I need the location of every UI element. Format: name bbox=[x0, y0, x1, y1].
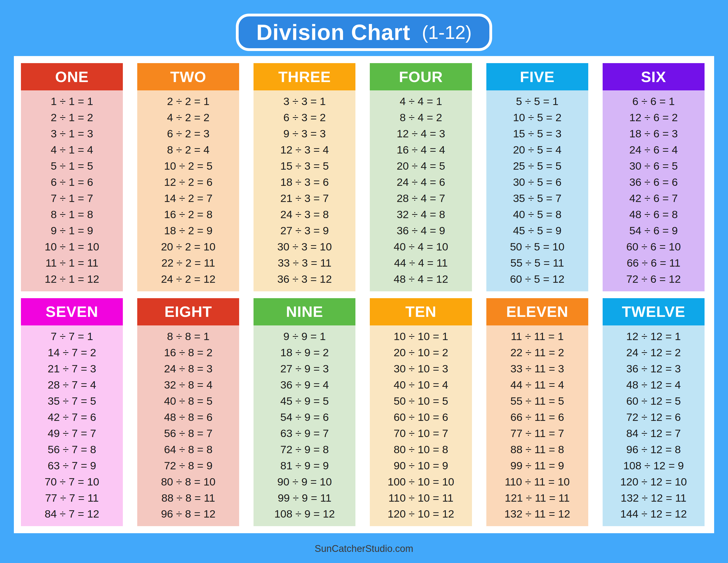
equation: 3 ÷ 3 = 1 bbox=[254, 96, 355, 107]
equation: 66 ÷ 11 = 6 bbox=[486, 412, 588, 423]
equation: 22 ÷ 11 = 2 bbox=[486, 347, 588, 358]
equation: 48 ÷ 4 = 12 bbox=[370, 274, 472, 285]
equation: 12 ÷ 12 = 1 bbox=[603, 331, 705, 342]
equation: 18 ÷ 6 = 3 bbox=[603, 128, 705, 139]
equation: 24 ÷ 12 = 2 bbox=[603, 347, 705, 358]
card-eight: EIGHT 8 ÷ 8 = 116 ÷ 8 = 224 ÷ 8 = 332 ÷ … bbox=[137, 298, 239, 526]
equation: 40 ÷ 8 = 5 bbox=[137, 396, 239, 407]
equation: 40 ÷ 5 = 8 bbox=[486, 209, 588, 220]
equation: 16 ÷ 2 = 8 bbox=[137, 209, 239, 220]
equation: 30 ÷ 3 = 10 bbox=[254, 241, 355, 252]
equation: 50 ÷ 5 = 10 bbox=[486, 241, 588, 252]
equation: 27 ÷ 9 = 3 bbox=[254, 363, 355, 374]
equation: 66 ÷ 6 = 11 bbox=[603, 257, 705, 268]
equation: 2 ÷ 2 = 1 bbox=[137, 96, 239, 107]
equation: 72 ÷ 8 = 9 bbox=[137, 460, 239, 471]
equation: 40 ÷ 10 = 4 bbox=[370, 380, 472, 390]
card-body: 12 ÷ 12 = 124 ÷ 12 = 236 ÷ 12 = 348 ÷ 12… bbox=[603, 326, 705, 526]
equation: 21 ÷ 7 = 3 bbox=[21, 363, 123, 374]
equation: 28 ÷ 7 = 4 bbox=[21, 380, 123, 390]
equation: 90 ÷ 10 = 9 bbox=[370, 460, 472, 471]
equation: 12 ÷ 1 = 12 bbox=[21, 274, 123, 285]
equation: 25 ÷ 5 = 5 bbox=[486, 160, 588, 171]
equation: 24 ÷ 2 = 12 bbox=[137, 274, 239, 285]
card-body: 10 ÷ 10 = 120 ÷ 10 = 230 ÷ 10 = 340 ÷ 10… bbox=[370, 326, 472, 526]
equation: 20 ÷ 5 = 4 bbox=[486, 144, 588, 155]
equation: 132 ÷ 11 = 12 bbox=[486, 508, 588, 519]
card-body: 4 ÷ 4 = 18 ÷ 4 = 212 ÷ 4 = 316 ÷ 4 = 420… bbox=[370, 90, 472, 292]
equation: 55 ÷ 5 = 11 bbox=[486, 257, 588, 268]
equation: 4 ÷ 1 = 4 bbox=[21, 144, 123, 155]
equation: 44 ÷ 11 = 4 bbox=[486, 380, 588, 390]
equation: 28 ÷ 4 = 7 bbox=[370, 193, 472, 204]
card-two: TWO 2 ÷ 2 = 14 ÷ 2 = 26 ÷ 2 = 38 ÷ 2 = 4… bbox=[137, 63, 239, 292]
equation: 60 ÷ 10 = 6 bbox=[370, 412, 472, 423]
equation: 24 ÷ 8 = 3 bbox=[137, 363, 239, 374]
card-header: ELEVEN bbox=[486, 298, 588, 326]
equation: 6 ÷ 6 = 1 bbox=[603, 96, 705, 107]
equation: 110 ÷ 10 = 11 bbox=[370, 493, 472, 503]
equation: 6 ÷ 3 = 2 bbox=[254, 112, 355, 123]
card-body: 7 ÷ 7 = 114 ÷ 7 = 221 ÷ 7 = 328 ÷ 7 = 43… bbox=[21, 326, 123, 526]
equation: 96 ÷ 12 = 8 bbox=[603, 444, 705, 455]
card-five: FIVE 5 ÷ 5 = 110 ÷ 5 = 215 ÷ 5 = 320 ÷ 5… bbox=[486, 63, 588, 292]
equation: 100 ÷ 10 = 10 bbox=[370, 476, 472, 487]
cards-panel: ONE 1 ÷ 1 = 12 ÷ 1 = 23 ÷ 1 = 34 ÷ 1 = 4… bbox=[14, 56, 714, 533]
equation: 42 ÷ 7 = 6 bbox=[21, 412, 123, 423]
equation: 48 ÷ 12 = 4 bbox=[603, 380, 705, 390]
card-eleven: ELEVEN 11 ÷ 11 = 122 ÷ 11 = 233 ÷ 11 = 3… bbox=[486, 298, 588, 526]
equation: 108 ÷ 12 = 9 bbox=[603, 460, 705, 471]
equation: 16 ÷ 8 = 2 bbox=[137, 347, 239, 358]
card-header: SEVEN bbox=[21, 298, 123, 326]
equation: 56 ÷ 8 = 7 bbox=[137, 428, 239, 439]
equation: 63 ÷ 9 = 7 bbox=[254, 428, 355, 439]
equation: 30 ÷ 5 = 6 bbox=[486, 177, 588, 187]
card-header: FIVE bbox=[486, 63, 588, 90]
equation: 132 ÷ 12 = 11 bbox=[603, 493, 705, 503]
card-header: SIX bbox=[603, 63, 705, 90]
equation: 11 ÷ 11 = 1 bbox=[486, 331, 588, 342]
equation: 3 ÷ 1 = 3 bbox=[21, 128, 123, 139]
equation: 4 ÷ 2 = 2 bbox=[137, 112, 239, 123]
card-seven: SEVEN 7 ÷ 7 = 114 ÷ 7 = 221 ÷ 7 = 328 ÷ … bbox=[21, 298, 123, 526]
equation: 60 ÷ 6 = 10 bbox=[603, 241, 705, 252]
card-body: 11 ÷ 11 = 122 ÷ 11 = 233 ÷ 11 = 344 ÷ 11… bbox=[486, 326, 588, 526]
card-four: FOUR 4 ÷ 4 = 18 ÷ 4 = 212 ÷ 4 = 316 ÷ 4 … bbox=[370, 63, 472, 292]
equation: 16 ÷ 4 = 4 bbox=[370, 144, 472, 155]
equation: 144 ÷ 12 = 12 bbox=[603, 508, 705, 519]
equation: 30 ÷ 6 = 5 bbox=[603, 160, 705, 171]
equation: 1 ÷ 1 = 1 bbox=[21, 96, 123, 107]
equation: 84 ÷ 7 = 12 bbox=[21, 508, 123, 519]
equation: 24 ÷ 3 = 8 bbox=[254, 209, 355, 220]
equation: 50 ÷ 10 = 5 bbox=[370, 396, 472, 407]
card-body: 3 ÷ 3 = 16 ÷ 3 = 29 ÷ 3 = 312 ÷ 3 = 415 … bbox=[254, 90, 355, 292]
cards-grid: ONE 1 ÷ 1 = 12 ÷ 1 = 23 ÷ 1 = 34 ÷ 1 = 4… bbox=[21, 63, 705, 526]
equation: 77 ÷ 11 = 7 bbox=[486, 428, 588, 439]
page-title: Division Chart bbox=[256, 19, 410, 45]
equation: 64 ÷ 8 = 8 bbox=[137, 444, 239, 455]
equation: 18 ÷ 3 = 6 bbox=[254, 177, 355, 187]
equation: 24 ÷ 4 = 6 bbox=[370, 177, 472, 187]
equation: 36 ÷ 9 = 4 bbox=[254, 380, 355, 390]
equation: 24 ÷ 6 = 4 bbox=[603, 144, 705, 155]
equation: 8 ÷ 8 = 1 bbox=[137, 331, 239, 342]
equation: 49 ÷ 7 = 7 bbox=[21, 428, 123, 439]
equation: 81 ÷ 9 = 9 bbox=[254, 460, 355, 471]
equation: 70 ÷ 7 = 10 bbox=[21, 476, 123, 487]
equation: 18 ÷ 9 = 2 bbox=[254, 347, 355, 358]
equation: 72 ÷ 6 = 12 bbox=[603, 274, 705, 285]
equation: 120 ÷ 12 = 10 bbox=[603, 476, 705, 487]
equation: 42 ÷ 6 = 7 bbox=[603, 193, 705, 204]
equation: 80 ÷ 8 = 10 bbox=[137, 476, 239, 487]
equation: 72 ÷ 9 = 8 bbox=[254, 444, 355, 455]
equation: 9 ÷ 9 = 1 bbox=[254, 331, 355, 342]
card-body: 2 ÷ 2 = 14 ÷ 2 = 26 ÷ 2 = 38 ÷ 2 = 410 ÷… bbox=[137, 90, 239, 292]
equation: 72 ÷ 12 = 6 bbox=[603, 412, 705, 423]
page-title-range: (1-12) bbox=[422, 22, 472, 43]
equation: 33 ÷ 11 = 3 bbox=[486, 363, 588, 374]
equation: 5 ÷ 5 = 1 bbox=[486, 96, 588, 107]
equation: 56 ÷ 7 = 8 bbox=[21, 444, 123, 455]
equation: 12 ÷ 3 = 4 bbox=[254, 144, 355, 155]
equation: 99 ÷ 11 = 9 bbox=[486, 460, 588, 471]
equation: 6 ÷ 2 = 3 bbox=[137, 128, 239, 139]
